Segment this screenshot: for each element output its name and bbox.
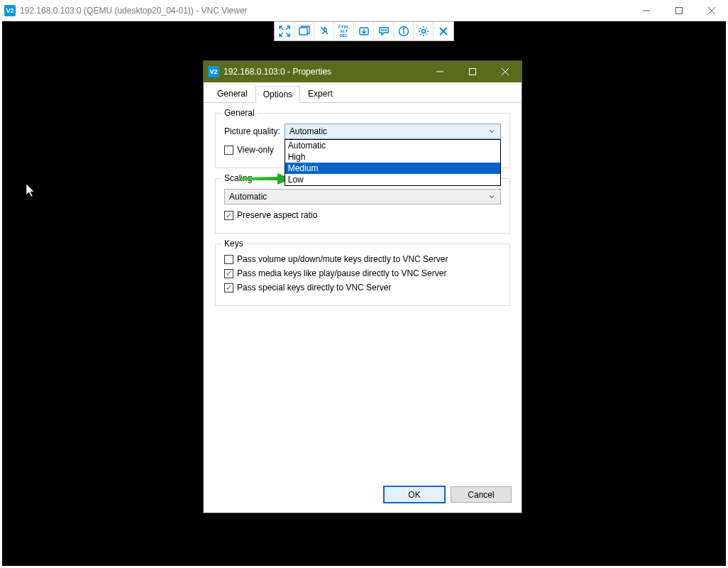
- dialog-maximize-button[interactable]: [456, 61, 489, 82]
- maximize-button[interactable]: [663, 0, 695, 21]
- dialog-window-controls: [424, 61, 522, 82]
- option-low[interactable]: Low: [285, 174, 500, 185]
- mouse-cursor-icon: [26, 184, 36, 198]
- dialog-footer: OK Cancel: [204, 479, 522, 513]
- view-only-label: View-only: [237, 145, 274, 155]
- dialog-titlebar[interactable]: V2 192.168.0.103:0 - Properties: [204, 61, 522, 82]
- outer-window-controls: [630, 0, 728, 21]
- transfer-icon[interactable]: [354, 22, 374, 40]
- picture-quality-value: Automatic: [289, 126, 487, 136]
- picture-quality-label: Picture quality:: [224, 126, 280, 136]
- picture-quality-dropdown: Automatic High Medium Low: [285, 139, 501, 186]
- close-session-icon[interactable]: [434, 22, 453, 40]
- dialog-minimize-button[interactable]: [424, 61, 456, 82]
- checkbox-icon: [224, 146, 233, 155]
- pass-media-checkbox[interactable]: Pass media keys like play/pause directly…: [224, 268, 501, 278]
- group-keys: Keys Pass volume up/down/mute keys direc…: [215, 244, 510, 306]
- vnc-toolbar: CTRLALTDEL: [274, 21, 454, 41]
- svg-point-7: [383, 30, 384, 31]
- preserve-aspect-label: Preserve aspect ratio: [237, 210, 317, 220]
- minimize-button[interactable]: [630, 0, 663, 21]
- svg-rect-4: [299, 28, 307, 35]
- checkbox-checked-icon: [224, 269, 233, 278]
- properties-dialog: V2 192.168.0.103:0 - Properties Gen: [203, 60, 522, 513]
- pass-volume-label: Pass volume up/down/mute keys directly t…: [237, 254, 448, 264]
- pass-volume-checkbox[interactable]: Pass volume up/down/mute keys directly t…: [224, 254, 501, 264]
- close-button[interactable]: [695, 0, 728, 21]
- dialog-title: 192.168.0.103:0 - Properties: [224, 67, 424, 77]
- picture-quality-select[interactable]: Automatic Automatic High Medium Low: [285, 124, 501, 139]
- app-icon: V2: [4, 5, 16, 16]
- outer-window-title: 192.168.0.103:0 (QEMU (udesktop20_04-01)…: [20, 6, 630, 16]
- chevron-down-icon: [487, 126, 496, 136]
- checkbox-icon: [224, 255, 233, 264]
- chevron-down-icon: [487, 192, 496, 202]
- dialog-close-button[interactable]: [489, 61, 522, 82]
- checkbox-checked-icon: [224, 211, 233, 220]
- svg-rect-16: [470, 69, 476, 75]
- outer-titlebar: V2 192.168.0.103:0 (QEMU (udesktop20_04-…: [0, 0, 728, 21]
- tab-expert[interactable]: Expert: [300, 85, 341, 102]
- group-scaling: Scaling Automatic Preserve aspect: [215, 178, 510, 234]
- pass-media-label: Pass media keys like play/pause directly…: [237, 268, 446, 278]
- tab-options[interactable]: Options: [255, 86, 300, 103]
- svg-point-8: [385, 30, 386, 31]
- ctrl-alt-del-button[interactable]: CTRLALTDEL: [334, 22, 354, 40]
- fullscreen-icon[interactable]: [275, 22, 294, 40]
- group-keys-legend: Keys: [221, 239, 246, 248]
- pass-special-label: Pass special keys directly to VNC Server: [237, 283, 391, 293]
- option-medium[interactable]: Medium: [285, 163, 500, 174]
- chat-icon[interactable]: [374, 22, 394, 40]
- pass-special-checkbox[interactable]: Pass special keys directly to VNC Server: [224, 283, 501, 293]
- ok-button[interactable]: OK: [384, 486, 445, 503]
- preserve-aspect-checkbox[interactable]: Preserve aspect ratio: [224, 210, 501, 220]
- dialog-body: General Options Expert General Picture q…: [204, 82, 522, 513]
- group-general: General Picture quality: Automatic Au: [215, 113, 510, 168]
- info-icon[interactable]: [394, 22, 414, 40]
- svg-point-12: [421, 30, 425, 33]
- svg-point-6: [381, 30, 382, 31]
- option-high[interactable]: High: [285, 151, 500, 163]
- svg-point-11: [403, 28, 404, 30]
- dialog-app-icon: V2: [208, 66, 219, 77]
- tab-content-options: General Picture quality: Automatic Au: [204, 103, 522, 479]
- option-automatic[interactable]: Automatic: [285, 140, 500, 151]
- group-general-legend: General: [221, 108, 258, 118]
- dialog-tabs: General Options Expert: [204, 82, 522, 103]
- vnc-viewer-window: V2 192.168.0.103:0 (QEMU (udesktop20_04-…: [0, 0, 728, 568]
- scaling-select[interactable]: Automatic: [224, 189, 501, 204]
- svg-rect-1: [676, 7, 683, 13]
- checkbox-checked-icon: [224, 283, 233, 293]
- cancel-button[interactable]: Cancel: [451, 486, 512, 503]
- viewer-area: CTRLALTDEL: [2, 21, 726, 566]
- tab-general[interactable]: General: [209, 85, 255, 102]
- scaling-value: Automatic: [229, 192, 487, 202]
- settings-icon[interactable]: [414, 22, 434, 40]
- window-mode-icon[interactable]: [294, 22, 314, 40]
- pin-icon[interactable]: [314, 22, 334, 40]
